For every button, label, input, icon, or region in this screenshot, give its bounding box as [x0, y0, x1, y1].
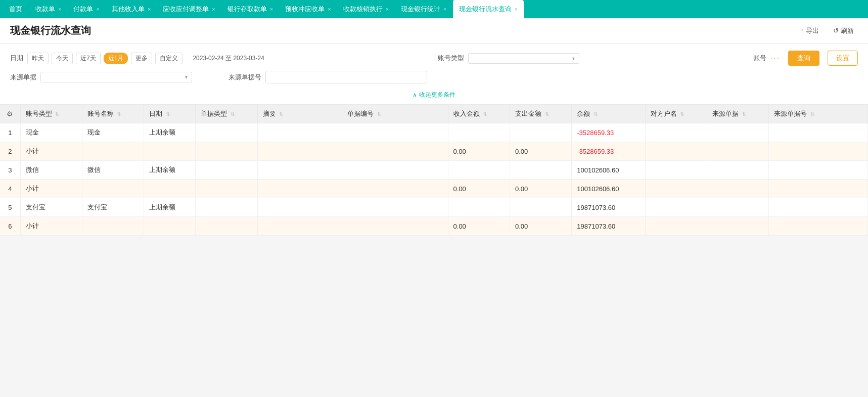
table-row: 3微信微信上期余额100102606.60 [0, 161, 868, 180]
col-balance[interactable]: 余额 ⇅ [572, 105, 645, 123]
cell-balance: 19871073.60 [572, 217, 645, 236]
nav-tab-5[interactable]: 预收冲应收单 × [279, 0, 337, 18]
date-btn-more[interactable]: 更多 [131, 53, 152, 64]
sort-icon: ⇅ [117, 111, 121, 117]
cell-doc_no [342, 217, 448, 236]
cell-doc_no [342, 123, 448, 142]
col-account-name[interactable]: 账号名称 ⇅ [82, 105, 144, 123]
refresh-icon: ↺ [833, 27, 839, 34]
source-doc-select[interactable]: ▾ [40, 72, 192, 82]
export-button[interactable]: ↑ 导出 [797, 24, 824, 37]
collapse-up-icon: ∧ [413, 92, 417, 99]
nav-tab-8[interactable]: 现金银行流水查询 × [453, 0, 524, 18]
col-gear[interactable]: ⚙ [0, 105, 20, 123]
sort-icon: ⇅ [810, 111, 814, 117]
cell-account_name [82, 217, 144, 236]
cell-index: 6 [0, 217, 20, 236]
cell-date: 上期余额 [144, 198, 196, 217]
table-header-row: ⚙ 账号类型 ⇅ 账号名称 ⇅ 日期 ⇅ 单据类型 ⇅ [0, 105, 868, 123]
sort-icon: ⇅ [545, 111, 549, 117]
col-expense[interactable]: 支出金额 ⇅ [510, 105, 571, 123]
cell-summary [257, 217, 342, 236]
cell-source_doc [707, 198, 769, 217]
sort-icon: ⇅ [593, 111, 598, 117]
cell-account_type: 现金 [20, 123, 82, 142]
account-type-select[interactable]: ▾ [468, 53, 579, 64]
sort-icon: ⇅ [680, 111, 684, 117]
data-table-container: ⚙ 账号类型 ⇅ 账号名称 ⇅ 日期 ⇅ 单据类型 ⇅ [0, 105, 868, 236]
nav-tab-1[interactable]: 付款单 × [67, 0, 105, 18]
close-icon[interactable]: × [212, 6, 215, 12]
cell-account_name [82, 180, 144, 198]
cell-source_doc_no [769, 161, 868, 180]
cell-source_doc_no [769, 142, 868, 161]
close-icon[interactable]: × [148, 6, 151, 12]
date-range-display: 2023-02-24 至 2023-03-24 [193, 54, 264, 63]
nav-tab-4[interactable]: 银行存取款单 × [221, 0, 279, 18]
cell-expense [510, 198, 571, 217]
cell-date [144, 142, 196, 161]
account-dots-button[interactable]: ··· [770, 54, 780, 63]
cell-doc_type [196, 180, 257, 198]
close-icon[interactable]: × [386, 6, 389, 12]
col-doc-type[interactable]: 单据类型 ⇅ [196, 105, 257, 123]
cell-expense: 0.00 [510, 180, 571, 198]
cell-doc_no [342, 198, 448, 217]
cell-summary [257, 142, 342, 161]
cell-index: 5 [0, 198, 20, 217]
col-source-doc[interactable]: 来源单据 ⇅ [707, 105, 769, 123]
nav-home[interactable]: 首页 [2, 0, 29, 18]
cell-doc_no [342, 142, 448, 161]
date-btn-yesterday[interactable]: 昨天 [27, 53, 49, 64]
col-income[interactable]: 收入金额 ⇅ [448, 105, 510, 123]
cell-date: 上期余额 [144, 123, 196, 142]
cell-source_doc [707, 180, 769, 198]
settings-button[interactable]: 设置 [828, 51, 858, 66]
date-label: 日期 [10, 54, 23, 63]
nav-tab-0[interactable]: 收款单 × [29, 0, 67, 18]
sort-icon: ⇅ [231, 111, 235, 117]
close-icon[interactable]: × [58, 6, 61, 12]
close-icon[interactable]: × [270, 6, 273, 12]
cell-summary [257, 180, 342, 198]
cell-counterpart [645, 198, 707, 217]
col-account-type[interactable]: 账号类型 ⇅ [20, 105, 82, 123]
cell-income: 0.00 [448, 142, 510, 161]
nav-tab-6[interactable]: 收款核销执行 × [337, 0, 395, 18]
cell-source_doc_no [769, 217, 868, 236]
col-date[interactable]: 日期 ⇅ [144, 105, 196, 123]
close-icon[interactable]: × [443, 6, 446, 12]
refresh-button[interactable]: ↺ 刷新 [829, 24, 858, 37]
col-source-doc-no[interactable]: 来源单据号 ⇅ [769, 105, 868, 123]
cell-balance: 100102606.60 [572, 180, 645, 198]
account-type-label: 账号类型 [438, 54, 464, 63]
date-btn-7days[interactable]: 近7天 [76, 53, 101, 64]
date-btn-1month[interactable]: 近1月 [104, 53, 128, 64]
cell-doc_no [342, 180, 448, 198]
cell-source_doc_no [769, 180, 868, 198]
filter-row-2: 来源单据 ▾ 来源单据号 [10, 71, 858, 83]
close-icon[interactable]: × [328, 6, 331, 12]
cell-summary [257, 161, 342, 180]
col-doc-no[interactable]: 单据编号 ⇅ [342, 105, 448, 123]
data-table: ⚙ 账号类型 ⇅ 账号名称 ⇅ 日期 ⇅ 单据类型 ⇅ [0, 105, 868, 236]
cell-source_doc_no [769, 198, 868, 217]
cell-index: 2 [0, 142, 20, 161]
chevron-down-icon: ▾ [185, 74, 188, 80]
query-button[interactable]: 查询 [788, 51, 819, 66]
account-filter-group: 账号 ··· [753, 54, 780, 63]
sort-icon: ⇅ [483, 111, 487, 117]
nav-tab-2[interactable]: 其他收入单 × [106, 0, 157, 18]
col-counterpart[interactable]: 对方户名 ⇅ [645, 105, 707, 123]
close-icon[interactable]: × [96, 6, 99, 12]
cell-doc_type [196, 161, 257, 180]
collapse-bar[interactable]: ∧ 收起更多条件 [10, 89, 858, 99]
nav-tab-7[interactable]: 现金银行统计 × [395, 0, 452, 18]
source-doc-no-input[interactable] [265, 71, 427, 83]
date-btn-today[interactable]: 今天 [52, 53, 73, 64]
cell-summary [257, 198, 342, 217]
close-icon[interactable]: × [515, 6, 518, 12]
date-btn-custom[interactable]: 自定义 [155, 53, 182, 64]
nav-tab-3[interactable]: 应收应付调整单 × [157, 0, 221, 18]
col-summary[interactable]: 摘要 ⇅ [257, 105, 342, 123]
